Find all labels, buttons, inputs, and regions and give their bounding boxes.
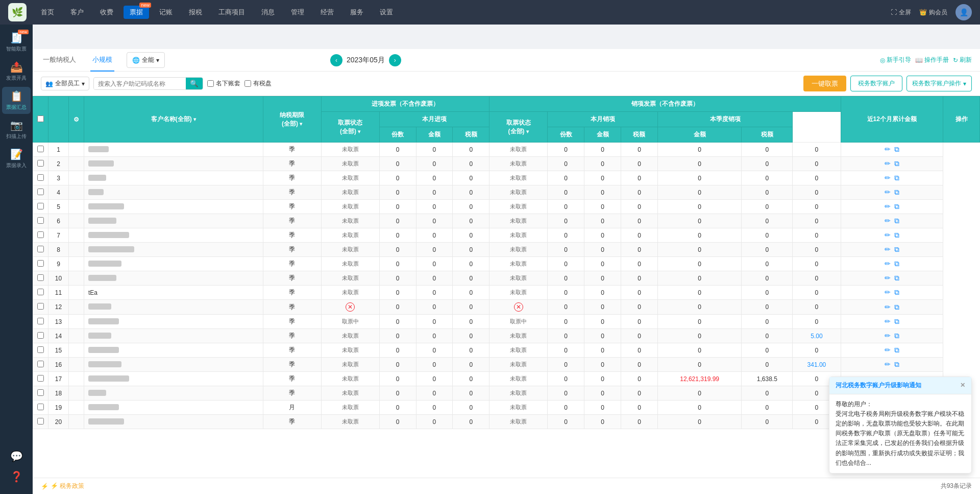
nav-customers[interactable]: 客户 — [64, 6, 90, 19]
nav-messages[interactable]: 消息 — [255, 6, 281, 19]
row-checkbox[interactable] — [37, 274, 44, 281]
row-checkbox[interactable] — [37, 332, 44, 339]
nav-manage[interactable]: 管理 — [285, 6, 310, 19]
sidebar-item-smart-tickets[interactable]: 🧾 智能取票 new — [2, 29, 31, 56]
tab-small-scale[interactable]: 小规模 — [90, 49, 114, 72]
checkbox-tax-disk[interactable]: 有税盘 — [244, 79, 272, 88]
tab-general-taxpayer[interactable]: 一般纳税人 — [41, 49, 78, 72]
sidebar-item-scan[interactable]: 📷 扫描上传 — [2, 116, 31, 143]
row-checkbox[interactable] — [37, 289, 44, 295]
tax-policy-link[interactable]: ⚡ ⚡ 税务政策 — [41, 482, 84, 490]
return-tax-cell: 0 — [742, 386, 793, 401]
row-checkbox[interactable] — [37, 203, 44, 209]
row-checkbox[interactable] — [37, 418, 44, 425]
edit-icon[interactable]: ✏ — [885, 145, 891, 153]
edit-icon[interactable]: ✏ — [885, 288, 891, 296]
copy-icon[interactable]: ⧉ — [894, 346, 899, 354]
row-checkbox[interactable] — [37, 303, 44, 310]
copy-icon[interactable]: ⧉ — [894, 174, 899, 182]
copy-icon[interactable]: ⧉ — [894, 245, 899, 253]
in-amount-cell: 0 — [416, 200, 453, 214]
edit-icon[interactable]: ✏ — [885, 245, 891, 253]
nav-tax[interactable]: 报税 — [183, 6, 208, 19]
row-checkbox[interactable] — [37, 160, 44, 167]
copy-icon[interactable]: ⧉ — [894, 231, 899, 239]
nav-home[interactable]: 首页 — [35, 6, 60, 19]
row-checkbox[interactable] — [37, 217, 44, 224]
edit-icon[interactable]: ✏ — [885, 174, 891, 182]
nav-accounting[interactable]: 记账 — [153, 6, 179, 19]
guide-btn[interactable]: ◎ 新手引导 — [880, 56, 911, 64]
copy-icon[interactable]: ⧉ — [894, 332, 899, 340]
sidebar-item-help[interactable]: ❓ — [2, 467, 31, 486]
copy-icon[interactable]: ⧉ — [894, 303, 899, 311]
copy-icon[interactable]: ⧉ — [894, 145, 899, 153]
copy-icon[interactable]: ⧉ — [894, 260, 899, 268]
edit-icon[interactable]: ✏ — [885, 303, 891, 311]
employee-select[interactable]: 👥 全部员工 ▾ — [41, 77, 89, 90]
row-checkbox[interactable] — [37, 361, 44, 367]
row-checkbox[interactable] — [37, 375, 44, 382]
row-checkbox[interactable] — [37, 174, 44, 181]
one-click-fetch-btn[interactable]: 一键取票 — [803, 76, 846, 91]
search-input[interactable] — [94, 78, 186, 89]
sidebar-item-summary[interactable]: 📋 票据汇总 — [2, 87, 31, 114]
checkbox-sub-accounts[interactable]: 名下账套 — [207, 79, 240, 88]
notif-close-btn[interactable]: ✕ — [960, 382, 965, 389]
nav-billing[interactable]: 收费 — [94, 6, 119, 19]
avatar[interactable]: 👤 — [955, 4, 972, 20]
row-checkbox[interactable] — [37, 389, 44, 396]
member-btn[interactable]: 👑 购会员 — [919, 8, 947, 17]
copy-icon[interactable]: ⧉ — [894, 159, 899, 168]
digital-account-op-btn[interactable]: 税务数字账户操作 ▾ — [906, 76, 972, 91]
copy-icon[interactable]: ⧉ — [894, 202, 899, 210]
nav-operation[interactable]: 经营 — [314, 6, 340, 19]
select-all-checkbox[interactable] — [37, 115, 44, 122]
in-amount-cell: 0 — [416, 329, 453, 343]
row-checkbox[interactable] — [37, 260, 44, 267]
row-checkbox[interactable] — [37, 231, 44, 238]
copy-icon[interactable]: ⧉ — [894, 317, 899, 325]
edit-icon[interactable]: ✏ — [885, 274, 891, 282]
edit-icon[interactable]: ✏ — [885, 260, 891, 268]
nav-settings[interactable]: 设置 — [374, 6, 399, 19]
sidebar-item-entry[interactable]: 📝 票据录入 — [2, 145, 31, 172]
edit-icon[interactable]: ✏ — [885, 332, 891, 340]
copy-icon[interactable]: ⧉ — [894, 217, 899, 225]
digital-account-btn[interactable]: 税务数字账户 — [850, 76, 902, 91]
in-count-cell: 0 — [379, 228, 416, 243]
copy-icon[interactable]: ⧉ — [894, 360, 899, 368]
nav-business[interactable]: 工商项目 — [212, 6, 251, 19]
edit-icon[interactable]: ✏ — [885, 317, 891, 325]
sidebar-item-invoice-open[interactable]: 📤 发票开具 — [2, 58, 31, 85]
nav-tickets[interactable]: 票据 new — [124, 6, 149, 19]
edit-icon[interactable]: ✏ — [885, 346, 891, 354]
nav-service[interactable]: 服务 — [344, 6, 370, 19]
row-checkbox[interactable] — [37, 346, 44, 353]
row-checkbox[interactable] — [37, 246, 44, 252]
copy-icon[interactable]: ⧉ — [894, 188, 899, 196]
copy-icon[interactable]: ⧉ — [894, 274, 899, 282]
edit-icon[interactable]: ✏ — [885, 217, 891, 225]
edit-icon[interactable]: ✏ — [885, 360, 891, 368]
search-button[interactable]: 🔍 — [186, 78, 203, 89]
prev-period-btn[interactable]: ‹ — [330, 54, 342, 66]
row-checkbox[interactable] — [37, 146, 44, 152]
edit-icon[interactable]: ✏ — [885, 202, 891, 210]
row-checkbox[interactable] — [37, 189, 44, 195]
tax-disk-checkbox[interactable] — [244, 80, 251, 87]
refresh-btn[interactable]: ↻ 刷新 — [953, 56, 972, 64]
row-checkbox[interactable] — [37, 404, 44, 410]
row-checkbox[interactable] — [37, 318, 44, 324]
edit-icon[interactable]: ✏ — [885, 188, 891, 196]
edit-icon[interactable]: ✏ — [885, 231, 891, 239]
out-count-cell: 0 — [548, 214, 584, 228]
next-period-btn[interactable]: › — [389, 54, 401, 66]
copy-icon[interactable]: ⧉ — [894, 288, 899, 296]
sidebar-item-chat[interactable]: 💬 — [2, 447, 31, 465]
sub-accounts-checkbox[interactable] — [207, 80, 214, 87]
manual-btn[interactable]: 📖 操作手册 — [915, 56, 949, 64]
edit-icon[interactable]: ✏ — [885, 159, 891, 168]
tab-all-capable[interactable]: 🌐 全能 ▾ — [127, 52, 165, 68]
fullscreen-btn[interactable]: ⛶ 全屏 — [891, 8, 911, 17]
